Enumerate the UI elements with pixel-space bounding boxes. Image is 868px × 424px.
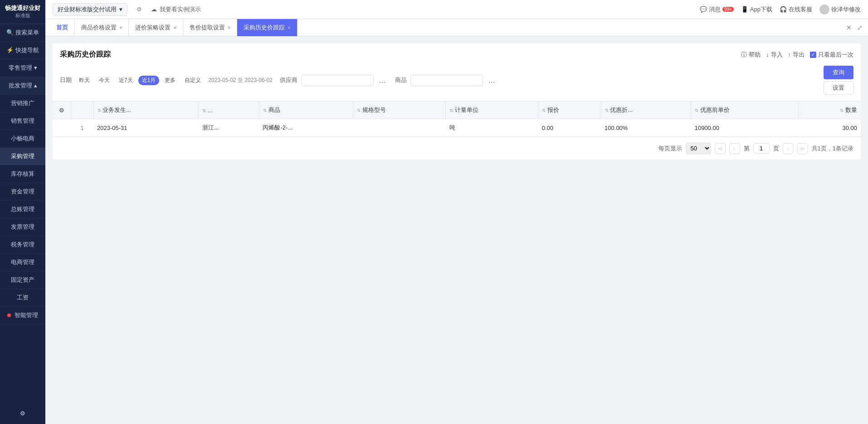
th-qty[interactable]: ⇅ 数量 bbox=[799, 101, 861, 119]
th-date[interactable]: ⇅ 业务发生... bbox=[93, 101, 199, 119]
td-discount: 100.00% bbox=[601, 119, 691, 137]
sidebar-item-invoice[interactable]: 发票管理 bbox=[0, 218, 45, 236]
sidebar-item-marketing[interactable]: 营销推广 bbox=[0, 95, 45, 112]
sidebar-item-label: 批发管理 bbox=[9, 82, 32, 90]
sidebar-item-salary[interactable]: 工资 bbox=[0, 289, 45, 307]
per-page-select[interactable]: 50 10 20 100 bbox=[686, 143, 711, 154]
export-label: 导出 bbox=[793, 51, 805, 59]
sidebar-item-inventory[interactable]: 库存核算 bbox=[0, 165, 45, 183]
sidebar-item-label: 发票管理 bbox=[11, 223, 34, 231]
supplier-input[interactable] bbox=[301, 75, 374, 86]
prev-page-btn[interactable]: ‹ bbox=[729, 143, 740, 154]
page-card: 采购历史价跟踪 ⓘ 帮助 ↓ 导入 ↑ 导出 bbox=[53, 43, 861, 159]
page-number-input[interactable] bbox=[753, 143, 770, 154]
online-service-btn[interactable]: 🎧 在线客服 bbox=[780, 5, 812, 14]
sidebar-item-quicknav[interactable]: ⚡ 快捷导航 bbox=[0, 42, 45, 59]
sidebar-item-tax[interactable]: 税务管理 bbox=[0, 236, 45, 254]
first-page-btn[interactable]: ⊲ bbox=[715, 143, 726, 154]
supplier-more-btn[interactable]: ... bbox=[377, 76, 388, 84]
td-unit: 吨 bbox=[446, 119, 538, 137]
goods-input[interactable] bbox=[410, 75, 483, 86]
sort-icon: ⇅ bbox=[605, 108, 609, 113]
tab-sale-price-extract[interactable]: 售价提取设置 × bbox=[183, 19, 237, 36]
tab-label: 采购历史价跟踪 bbox=[244, 24, 285, 32]
import-btn[interactable]: ↓ 导入 bbox=[766, 51, 783, 59]
tab-purchase-price-strategy[interactable]: 进价策略设置 × bbox=[129, 19, 183, 36]
edition-label: 好业财标准版交付试用 bbox=[58, 5, 117, 14]
th-extra[interactable]: ⇅ ... bbox=[199, 101, 259, 119]
sidebar-item-label: 固定资产 bbox=[11, 276, 34, 284]
window-maximize-btn[interactable]: ⤢ bbox=[856, 24, 863, 31]
edition-selector[interactable]: 好业财标准版交付试用 ▾ bbox=[53, 3, 127, 16]
sidebar-item-ecommerce-small[interactable]: 小畅电商 bbox=[0, 130, 45, 148]
sidebar-settings-btn[interactable]: ⚙ bbox=[17, 407, 28, 419]
page-label: 第 bbox=[744, 145, 750, 153]
sidebar-item-label: 销售管理 bbox=[11, 117, 34, 125]
demo-label: 我要看实例演示 bbox=[160, 5, 201, 14]
date-option-1month[interactable]: 近1月 bbox=[138, 76, 160, 85]
message-btn[interactable]: 💬 消息 99+ bbox=[700, 5, 734, 14]
sidebar-item-ai[interactable]: 智能管理 bbox=[0, 307, 45, 324]
content-area: 采购历史价跟踪 ⓘ 帮助 ↓ 导入 ↑ 导出 bbox=[45, 36, 868, 424]
th-quote[interactable]: ⇅ 报价 bbox=[538, 101, 601, 119]
sidebar-item-sales[interactable]: 销售管理 bbox=[0, 112, 45, 130]
chevron-up-icon: ▴ bbox=[34, 82, 37, 89]
th-price[interactable]: ⇅ 优惠前单价 bbox=[691, 101, 799, 119]
settings-btn[interactable]: 设置 bbox=[824, 81, 853, 95]
tab-home[interactable]: 首页 bbox=[50, 19, 75, 36]
th-gear[interactable]: ⚙ bbox=[53, 101, 71, 119]
user-btn[interactable]: 徐泽华修改 bbox=[819, 5, 861, 14]
sort-icon: ⇅ bbox=[98, 108, 101, 113]
td-goods: 丙烯酸-2-... bbox=[259, 119, 353, 137]
message-icon: 💬 bbox=[700, 6, 707, 13]
tab-purchase-history[interactable]: 采购历史价跟踪 × bbox=[237, 19, 297, 36]
th-price-label: 优惠前单价 bbox=[700, 106, 730, 113]
only-last-checkbox[interactable]: 只看最后一次 bbox=[810, 51, 853, 59]
per-page-label: 每页显示 bbox=[658, 145, 682, 153]
th-date-label: 业务发生... bbox=[102, 106, 131, 113]
sidebar-item-ledger[interactable]: 总账管理 bbox=[0, 201, 45, 218]
date-option-yesterday[interactable]: 昨天 bbox=[75, 76, 93, 85]
close-icon[interactable]: × bbox=[173, 25, 176, 30]
next-page-btn[interactable]: › bbox=[783, 143, 794, 154]
date-option-custom[interactable]: 自定义 bbox=[181, 76, 205, 85]
th-unit[interactable]: ⇅ 计量单位 bbox=[446, 101, 538, 119]
close-icon[interactable]: × bbox=[288, 25, 290, 30]
th-spec[interactable]: ⇅ 规格型号 bbox=[353, 101, 445, 119]
sidebar-item-wholesale[interactable]: 批发管理 ▴ bbox=[0, 77, 45, 95]
sidebar-item-label: 工资 bbox=[17, 294, 29, 302]
demo-btn[interactable]: ☁ 我要看实例演示 bbox=[151, 5, 201, 14]
sort-icon: ⇅ bbox=[263, 108, 267, 113]
sidebar-logo: 畅捷通好业财 标准版 bbox=[0, 0, 45, 24]
sidebar-item-search[interactable]: 🔍 搜索菜单 bbox=[0, 24, 45, 42]
th-goods[interactable]: ⇅ 商品 bbox=[259, 101, 353, 119]
date-filter-group: 日期 昨天 今天 近7天 近1月 更多 自定义 2023-05-02 至 202… bbox=[60, 76, 273, 85]
tabbar: 首页 商品价格设置 × 进价策略设置 × 售价提取设置 × 采购历史价跟踪 × … bbox=[45, 19, 868, 36]
td-extra: 浙江... bbox=[199, 119, 259, 137]
app-download-btn[interactable]: 📱 App下载 bbox=[741, 5, 772, 14]
sidebar-item-retail[interactable]: 零售管理 ▾ bbox=[0, 59, 45, 77]
table-row: 1 2023-05-31 浙江... 丙烯酸-2-... 吨 0.00 100.… bbox=[53, 119, 861, 137]
close-icon[interactable]: × bbox=[228, 25, 230, 30]
chevron-down-icon: ▾ bbox=[119, 6, 122, 13]
close-icon[interactable]: × bbox=[119, 25, 122, 30]
window-close-btn[interactable]: ✕ bbox=[845, 24, 853, 31]
goods-more-btn[interactable]: ... bbox=[487, 76, 497, 84]
query-btn[interactable]: 查询 bbox=[824, 66, 853, 79]
search-icon: 🔍 bbox=[6, 29, 14, 36]
last-page-btn[interactable]: ⊳ bbox=[797, 143, 808, 154]
sidebar-item-finance[interactable]: 资金管理 bbox=[0, 183, 45, 201]
th-discount[interactable]: ⇅ 优惠折... bbox=[601, 101, 691, 119]
date-options: 昨天 今天 近7天 近1月 更多 自定义 bbox=[75, 76, 205, 85]
date-option-7days[interactable]: 近7天 bbox=[115, 76, 137, 85]
sidebar-item-purchase[interactable]: 采购管理 bbox=[0, 148, 45, 165]
help-btn[interactable]: ⓘ 帮助 bbox=[741, 51, 761, 59]
date-option-today[interactable]: 今天 bbox=[95, 76, 113, 85]
sidebar-item-ecommerce[interactable]: 电商管理 bbox=[0, 254, 45, 271]
sidebar-item-label: 快捷导航 bbox=[15, 46, 39, 54]
settings-gear-btn[interactable]: ⚙ bbox=[132, 4, 146, 14]
export-btn[interactable]: ↑ 导出 bbox=[788, 51, 805, 59]
date-option-more[interactable]: 更多 bbox=[161, 76, 179, 85]
tab-goods-price[interactable]: 商品价格设置 × bbox=[75, 19, 129, 36]
sidebar-item-fixed-assets[interactable]: 固定资产 bbox=[0, 271, 45, 289]
